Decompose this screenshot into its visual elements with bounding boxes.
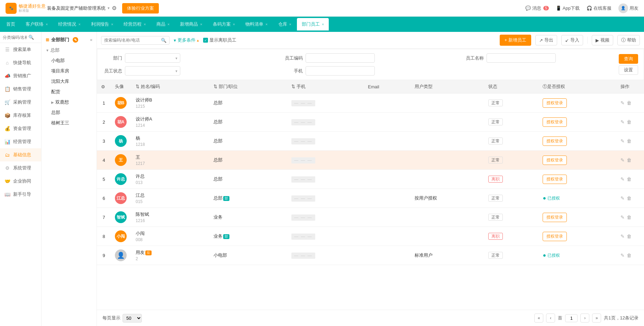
delete-icon[interactable]: 🗑 [627,138,632,144]
status-select[interactable] [125,66,180,76]
dept-item-peihuo[interactable]: 配货 [42,87,97,97]
edit-icon[interactable]: ✎ [620,176,625,182]
auth-login-button[interactable]: 授权登录 [543,213,567,222]
delete-icon[interactable]: 🗑 [627,176,632,182]
dept-item-zhishu[interactable]: 植树王三 [42,118,97,128]
dept-item-shenyang[interactable]: 沈阳大库 [42,76,97,87]
sidebar-item-marketing[interactable]: 📣 营销推广 [0,69,41,82]
prev-page-btn[interactable]: ‹ [546,314,555,323]
search-icon[interactable]: 🔍 [161,38,166,43]
tab-history[interactable]: 经营历程 × [119,18,151,30]
th-settings[interactable]: ⚙ [97,80,111,94]
phone-input[interactable] [306,66,375,76]
export-button[interactable]: ↗ 导出 [535,35,557,45]
empcode-input[interactable] [306,53,375,63]
collapse-tree-btn[interactable]: « [90,37,92,42]
more-filter-btn[interactable]: ▾ 更多条件 ▴ [174,37,199,43]
edit-icon[interactable]: ✎ [620,138,625,144]
dept-select[interactable] [125,53,180,63]
filter-settings-button[interactable]: 设置 [619,65,638,75]
edit-icon[interactable]: ✎ [620,234,625,239]
auth-login-button[interactable]: 授权登录 [543,117,567,127]
th-name[interactable]: ⇅ 姓名/编码 [131,80,209,94]
tab-close[interactable]: × [233,22,235,26]
dept-item-xiaodian[interactable]: 小电部 [42,55,97,66]
settings-icon[interactable]: ⚙ [112,5,117,11]
sidebar-search-input[interactable] [3,35,27,40]
page-number-input[interactable] [565,314,578,322]
tab-close[interactable]: × [265,22,267,26]
tab-close[interactable]: × [322,22,324,26]
sidebar-search-icon[interactable]: 🔍 [28,35,34,40]
delete-icon[interactable]: 🗑 [627,157,632,163]
tab-close[interactable]: × [289,22,291,26]
delete-icon[interactable]: 🗑 [627,214,632,220]
delete-icon[interactable]: 🗑 [627,234,632,239]
th-dept[interactable]: ⇅ 部门/职位 [209,80,287,94]
dept-item-project[interactable]: 项目库房 [42,66,97,76]
tab-close[interactable]: × [78,22,80,26]
tab-operation[interactable]: 经营情况 × [53,18,85,30]
online-service-item[interactable]: 🎧 在线客服 [587,5,611,11]
empname-input[interactable] [487,53,556,63]
sidebar-item-search[interactable]: ☰ 搜索菜单 [0,43,41,56]
system-dropdown-arrow[interactable]: ▾ [108,6,110,10]
tab-employee[interactable]: 部门员工 × [297,18,329,30]
tab-close[interactable]: × [144,22,146,26]
tab-warehouse[interactable]: 仓库 × [273,18,296,30]
delete-icon[interactable]: 🗑 [627,253,632,258]
help-button[interactable]: ⓘ 帮助 [617,35,640,45]
next-page-btn[interactable]: › [580,314,589,323]
tab-close[interactable]: × [200,22,202,26]
tab-home[interactable]: 首页 [1,18,20,30]
search-input[interactable] [104,38,160,43]
query-button[interactable]: 查询 [619,54,638,64]
tab-goods[interactable]: 商品 × [152,18,174,30]
sidebar-item-purchase[interactable]: 🛒 采购管理 [0,96,41,109]
tab-new-goods[interactable]: 新增商品 × [175,18,207,30]
dept-item-zongbu[interactable]: 总部 [42,107,97,118]
edit-icon[interactable]: ✎ [620,214,625,220]
show-resigned-wrap[interactable]: ✓ 显示离职员工 [203,37,236,43]
edit-dept-icon[interactable]: ✎ [73,37,78,43]
tab-bom[interactable]: 物料清单 × [241,18,272,30]
auth-login-button[interactable]: 授权登录 [543,98,567,108]
sidebar-item-guide[interactable]: 📖 新手引导 [0,188,41,201]
sidebar-item-sales[interactable]: 📋 销售管理 [0,82,41,96]
sidebar-item-inventory[interactable]: 📦 库存核算 [0,109,41,122]
tab-customer[interactable]: 客户联络 × [21,18,53,30]
auth-login-button[interactable]: 授权登录 [543,136,567,146]
tab-close[interactable]: × [167,22,170,26]
message-item[interactable]: 💬 消息 5 [525,5,549,11]
th-phone[interactable]: ⇅ 手机 [287,80,364,94]
edit-icon[interactable]: ✎ [620,195,625,201]
delete-icon[interactable]: 🗑 [627,195,632,201]
tab-close[interactable]: × [111,22,113,26]
edit-icon[interactable]: ✎ [620,253,625,258]
tab-close[interactable]: × [46,22,48,26]
sidebar-item-collab[interactable]: 🤝 企业协同 [0,175,41,188]
delete-icon[interactable]: 🗑 [627,100,632,106]
tab-profit[interactable]: 利润报告 × [86,18,118,30]
user-item[interactable]: 👤 用友 [618,3,638,13]
show-resigned-checkbox[interactable]: ✓ [203,38,208,43]
import-button[interactable]: ↙ 导入 [561,35,583,45]
auth-login-button[interactable]: 授权登录 [543,232,567,241]
last-page-btn[interactable]: » [592,314,601,323]
dept-section-headquarter[interactable]: ▼ 总部 [42,45,97,55]
page-size-select[interactable]: 50 100 200 [123,314,142,323]
delete-icon[interactable]: 🗑 [627,119,632,125]
sidebar-item-finance[interactable]: 💰 资金管理 [0,122,41,135]
tab-barcode[interactable]: 条码方案 × [208,18,240,30]
dept-item-shuanglu[interactable]: ▶双鹿想 [42,97,97,107]
add-employee-button[interactable]: + 新增员工 [500,35,531,46]
auth-login-button[interactable]: 授权登录 [543,156,567,165]
edit-icon[interactable]: ✎ [620,119,625,125]
auth-login-button[interactable]: 授权登录 [543,175,567,184]
trial-button[interactable]: 体验行业方案 [122,3,159,14]
app-download-item[interactable]: 📱 App下载 [556,5,580,11]
sidebar-item-shortcut[interactable]: ⌂ 快捷导航 [0,56,41,69]
first-page-btn[interactable]: « [534,314,543,323]
sidebar-item-management[interactable]: 📊 经营管理 [0,135,41,148]
sidebar-item-system[interactable]: ⚙ 系统管理 [0,161,41,175]
